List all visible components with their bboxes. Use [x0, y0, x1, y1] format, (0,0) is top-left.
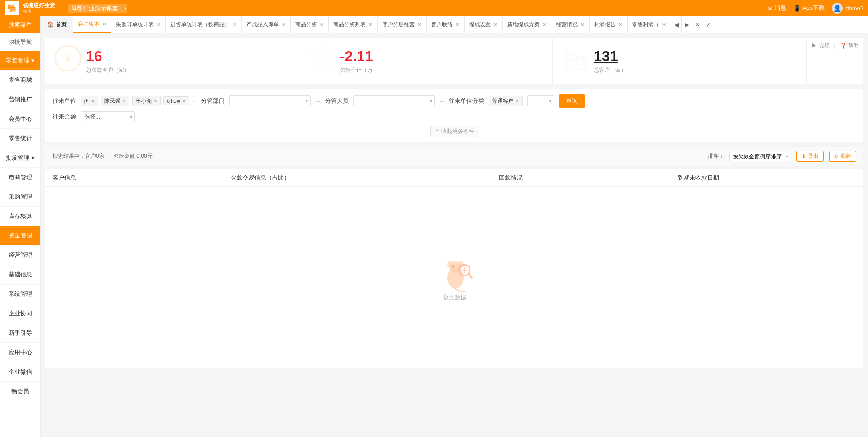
refresh-button[interactable]: ↻ 刷新	[829, 151, 856, 162]
svg-rect-8	[578, 58, 580, 61]
tab-customer-connect[interactable]: 客户联络 ✕	[427, 16, 465, 33]
brand-name: 畅捷通好生意 标版	[23, 2, 55, 14]
balance-select-wrapper[interactable]: 选择...	[81, 111, 135, 122]
message-btn[interactable]: ✉ 消息	[767, 4, 786, 12]
unit-type-filter-tags: 普通客户 ✕	[489, 96, 523, 106]
query-button[interactable]: 查询	[559, 94, 585, 108]
sidebar-item-label: 库存核算	[9, 213, 32, 219]
sidebar-item-system-mgmt[interactable]: 系统管理	[0, 285, 40, 304]
sidebar-item-wholesale-mgmt[interactable]: 批发管理 ▾	[0, 148, 40, 168]
sidebar-item-basic-info[interactable]: 基础信息	[0, 265, 40, 285]
help-btn[interactable]: ❓ 帮助	[840, 42, 859, 50]
tab-close-icon[interactable]: ✕	[456, 22, 460, 28]
sidebar-item-marketing[interactable]: 营销推广	[0, 90, 40, 109]
tab-maximize[interactable]: ⤢	[703, 16, 714, 33]
tab-close-icon[interactable]: ✕	[369, 22, 373, 28]
sidebar-item-inventory-check[interactable]: 库存核算	[0, 207, 40, 226]
unit-type-select-wrapper[interactable]	[527, 95, 554, 106]
person-select-wrapper[interactable]	[353, 95, 435, 106]
account-select[interactable]: 母婴行业演示帐套	[68, 4, 127, 13]
unit-tag-close-chen[interactable]: ✕	[122, 98, 126, 104]
tab-profit-report[interactable]: 利润报告 ✕	[590, 16, 628, 33]
sidebar-quick-nav[interactable]: 快捷导航	[0, 33, 40, 51]
sidebar-item-label: 营销推广	[9, 96, 32, 103]
unit-tag-close-cj[interactable]: ✕	[182, 98, 186, 104]
tab-close-icon[interactable]: ✕	[320, 22, 324, 28]
tab-purchase-stats[interactable]: 采购订单统计表 ✕	[111, 16, 166, 33]
video-btn[interactable]: ▶ 视频	[811, 42, 829, 50]
dept-select[interactable]	[229, 95, 311, 106]
sidebar-item-label: 新手引导	[9, 329, 32, 336]
collapse-button[interactable]: ⌃ 收起更多条件	[430, 126, 479, 137]
tab-close-all[interactable]: ✕	[692, 16, 703, 33]
tab-close-icon[interactable]: ✕	[619, 22, 623, 28]
sidebar-item-member-center[interactable]: 会员中心	[0, 109, 40, 129]
sidebar-item-retail-stats[interactable]: 零售统计	[0, 129, 40, 148]
tab-close-icon[interactable]: ✕	[417, 22, 422, 28]
dept-select-wrapper[interactable]	[229, 95, 311, 106]
sort-select-wrapper[interactable]: 按欠款金额倒序排序	[729, 152, 791, 162]
balance-select[interactable]: 选择...	[81, 111, 135, 122]
sidebar-item-capital-mgmt[interactable]: 资金管理	[0, 226, 40, 246]
tab-operation[interactable]: 经营情况 ✕	[551, 16, 590, 33]
unit-tag-close-wang[interactable]: ✕	[153, 98, 158, 104]
tab-accounts[interactable]: 客户账本 ✕	[73, 16, 111, 33]
sidebar-item-operation-mgmt[interactable]: 经营管理	[0, 246, 40, 265]
sidebar-item-vip-member[interactable]: 畅会员	[0, 382, 40, 401]
tab-close-icon[interactable]: ✕	[494, 22, 498, 28]
tab-close-icon[interactable]: ✕	[662, 22, 666, 28]
sidebar-item-purchase-mgmt[interactable]: 采购管理	[0, 187, 40, 207]
unit-tag-close-wu[interactable]: ✕	[91, 98, 95, 104]
unit-type-tag-close[interactable]: ✕	[515, 98, 519, 104]
sidebar-item-ecommerce-mgmt[interactable]: 电商管理	[0, 168, 40, 187]
stat-values-3: 131 总客户（家）	[594, 48, 626, 74]
play-icon: ▶	[811, 43, 817, 49]
tab-close-icon[interactable]: ✕	[282, 22, 286, 28]
tab-home[interactable]: 🏠 首页	[41, 16, 73, 33]
sidebar-item-label: 批发管理	[6, 154, 29, 161]
tab-stock-stats[interactable]: 进货单统计表（按商品） ✕	[166, 16, 242, 33]
sidebar-item-retail-mall[interactable]: 零售商城	[0, 71, 40, 90]
stat-icon-debt	[308, 45, 336, 77]
tab-retail-profit[interactable]: 零售利润（ ✕	[628, 16, 671, 33]
tab-close-icon[interactable]: ✕	[102, 21, 106, 27]
unit-type-filter-label: 往来单位分类	[449, 97, 484, 105]
tab-cost-entry[interactable]: 产成品入库单 ✕	[242, 16, 291, 33]
tab-close-icon[interactable]: ✕	[542, 22, 547, 28]
sidebar-item-label: 经营管理	[9, 252, 32, 258]
collapse-icon: ⌃	[435, 128, 440, 135]
sidebar-item-enterprise-wechat[interactable]: 企业微信	[0, 362, 40, 382]
dept-more-icon[interactable]: ···	[315, 97, 321, 104]
sidebar-search[interactable]: 搜索菜单	[0, 16, 40, 33]
sidebar-item-new-guide[interactable]: 新手引导	[0, 323, 40, 343]
export-button[interactable]: ⬇ 导出	[796, 151, 824, 162]
stat-values-2: -2.11 欠款合计（万）	[340, 48, 378, 74]
tab-goods-analysis[interactable]: 商品分析 ✕	[291, 16, 329, 33]
tab-nav-next[interactable]: ▶	[681, 16, 692, 33]
tab-close-icon[interactable]: ✕	[233, 22, 237, 28]
unit-type-select[interactable]	[527, 95, 554, 106]
tab-customer-layer[interactable]: 客户分层经营 ✕	[378, 16, 427, 33]
filter-row-1: 往来单位 伍 ✕ 陈民强 ✕ 王小亮 ✕	[53, 94, 856, 108]
sidebar-item-retail-mgmt[interactable]: 零售管理 ▾	[0, 51, 40, 71]
download-btn[interactable]: 📱 App下载	[793, 4, 825, 12]
person-select[interactable]	[353, 95, 435, 106]
tab-close-icon[interactable]: ✕	[157, 22, 161, 28]
tab-close-icon[interactable]: ✕	[580, 22, 585, 28]
export-icon: ⬇	[801, 153, 806, 160]
sort-select[interactable]: 按欠款金额倒序排序	[729, 152, 791, 162]
user-profile[interactable]: 👤 demo2	[832, 3, 863, 14]
svg-point-12	[447, 261, 453, 267]
tab-goods-analysis-list[interactable]: 商品分析列表 ✕	[329, 16, 378, 33]
account-select-wrapper[interactable]: 母婴行业演示帐套 ▾	[68, 4, 127, 13]
tab-nav-prev[interactable]: ◀	[671, 16, 681, 33]
empty-text: 暂无数据	[443, 294, 466, 302]
tab-reminder-settings[interactable]: 提成设置 ✕	[465, 16, 503, 33]
sidebar-item-enterprise-collab[interactable]: 企业协同	[0, 304, 40, 323]
person-more-icon[interactable]: ···	[439, 97, 445, 104]
collapse-row: ⌃ 收起更多条件	[53, 126, 856, 137]
tab-new-solution[interactable]: 新增提成方案 ✕	[503, 16, 551, 33]
divider	[62, 4, 62, 13]
unit-tag-more[interactable]: ···	[192, 98, 197, 104]
sidebar-item-app-center[interactable]: 应用中心	[0, 343, 40, 362]
